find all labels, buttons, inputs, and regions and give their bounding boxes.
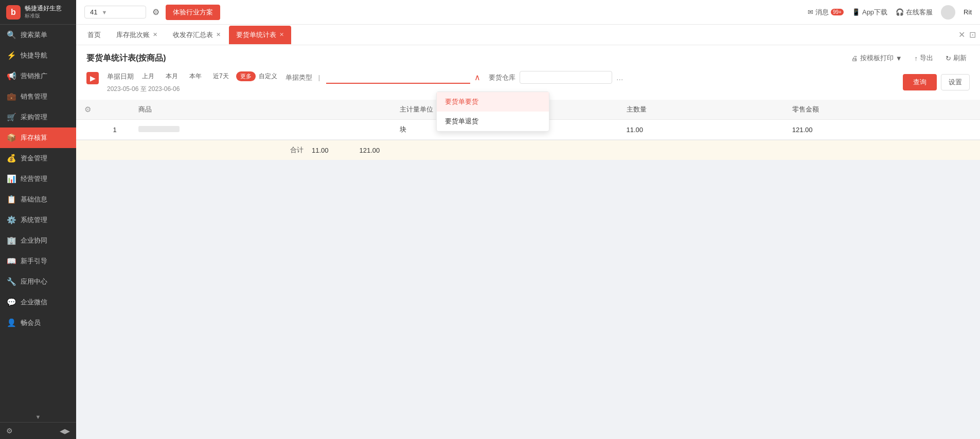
online-service-action[interactable]: 🎧 在线客服 (896, 8, 933, 17)
date-filter-row: 单据日期 上月 本月 本年 近7天 更多 自定义 (107, 71, 277, 82)
footer-quantity: 11.00 (312, 147, 329, 154)
topbar: 41 ▼ ⚙ 体验行业方案 ✉ 消息 99+ 📱 App下载 🎧 在线客服 Ri… (76, 0, 980, 25)
sidebar-item-wechat-label: 企业微信 (21, 298, 47, 307)
type-filter-chevron-icon[interactable]: ∧ (474, 72, 480, 82)
sidebar-item-member[interactable]: 👤 畅会员 (0, 313, 76, 333)
type-filter-label: 单据类型 (286, 73, 312, 82)
col-header-amount: 零售金额 (784, 100, 980, 120)
sidebar-item-member-label: 畅会员 (21, 318, 41, 327)
tab-receivable-summary[interactable]: 收发存汇总表 ✕ (166, 26, 228, 44)
trial-btn[interactable]: 体验行业方案 (166, 5, 220, 20)
row-quantity-cell: 11.00 (618, 120, 784, 140)
sidebar-item-guide-label: 新手引导 (21, 257, 47, 266)
sidebar-item-quick-nav[interactable]: ⚡ 快捷导航 (0, 45, 76, 66)
operation-icon: 📊 (6, 174, 16, 184)
search-icon: 🔍 (6, 30, 16, 40)
sidebar-item-guide[interactable]: 📖 新手引导 (0, 251, 76, 271)
shortcut-this-year[interactable]: 本年 (185, 71, 206, 82)
col-header-product: 商品 (130, 100, 391, 120)
sidebar-item-search-label: 搜索菜单 (21, 30, 47, 40)
refresh-label: 刷新 (953, 53, 967, 63)
filter-area: ▶ 单据日期 上月 本月 本年 近7天 更多 自定义 2023-05-06 至 … (76, 65, 980, 100)
query-button[interactable]: 查询 (903, 74, 937, 90)
setting-button[interactable]: 设置 (941, 74, 970, 90)
sidebar-item-wechat[interactable]: 💬 企业微信 (0, 292, 76, 313)
sidebar-item-operation[interactable]: 📊 经营管理 (0, 169, 76, 189)
sidebar-item-marketing[interactable]: 📢 营销推广 (0, 66, 76, 86)
sidebar-item-sales[interactable]: 💼 销售管理 (0, 86, 76, 107)
warehouse-filter-input[interactable] (520, 71, 612, 84)
sidebar-item-appstore[interactable]: 🔧 应用中心 (0, 271, 76, 292)
appstore-icon: 🔧 (6, 277, 16, 287)
sidebar-item-enterprise[interactable]: 🏢 企业协同 (0, 230, 76, 251)
app-download-label: App下载 (862, 8, 887, 17)
refresh-btn[interactable]: ↻ 刷新 (942, 51, 970, 65)
print-chevron-icon: ▼ (896, 54, 902, 62)
sidebar: b 畅捷通好生意 标准版 🔍 搜索菜单 ⚡ 快捷导航 📢 营销推广 💼 销售管理… (0, 0, 76, 439)
tab-home[interactable]: 首页 (80, 26, 108, 44)
table-gear-icon[interactable]: ⚙ (84, 105, 91, 114)
sidebar-item-search[interactable]: 🔍 搜索菜单 (0, 25, 76, 45)
tab-inventory-batch-close-icon[interactable]: ✕ (153, 32, 157, 38)
print-template-btn[interactable]: 🖨 按模板打印 ▼ (848, 51, 905, 65)
store-chevron-icon: ▼ (101, 9, 107, 15)
quick-nav-icon: ⚡ (6, 50, 16, 61)
topbar-gear-icon[interactable]: ⚙ (152, 7, 159, 17)
sidebar-item-finance[interactable]: 💰 资金管理 (0, 148, 76, 169)
sidebar-item-basic[interactable]: 📋 基础信息 (0, 189, 76, 210)
download-icon: 📱 (852, 8, 860, 16)
tabs-minus-icon[interactable]: ✕ (958, 30, 965, 40)
member-icon: 👤 (6, 318, 16, 328)
shortcut-more-btn[interactable]: 更多 (236, 71, 256, 81)
col-header-gear[interactable]: ⚙ (76, 100, 99, 120)
dropdown-item-requisition-order[interactable]: 要货单要货 (437, 92, 549, 112)
sidebar-item-purchase-label: 采购管理 (21, 113, 47, 122)
store-selector[interactable]: 41 ▼ (84, 6, 146, 19)
sidebar-scroll-down[interactable]: ▼ (0, 412, 76, 422)
type-filter-input[interactable] (326, 71, 470, 84)
inventory-icon: 📦 (6, 133, 16, 143)
tab-requisition-summary[interactable]: 要货单统计表 ✕ (229, 26, 291, 44)
collapse-icon[interactable]: ◀▶ (60, 427, 70, 435)
row-product-cell (130, 120, 391, 140)
tabs-right-actions: ✕ ⊡ (958, 30, 980, 40)
page-header: 要货单统计表(按商品) 🖨 按模板打印 ▼ ↑ 导出 ↻ 刷新 (76, 45, 980, 65)
filter-toggle-btn[interactable]: ▶ (86, 72, 99, 84)
sidebar-item-marketing-label: 营销推广 (21, 71, 47, 81)
type-dropdown-menu: 要货单要货 要货单退货 (436, 92, 549, 132)
system-icon: ⚙️ (6, 215, 16, 225)
shortcut-last-month[interactable]: 上月 (138, 71, 158, 82)
tabs-bar: 首页 库存批次账 ✕ 收发存汇总表 ✕ 要货单统计表 ✕ ✕ ⊡ (76, 25, 980, 45)
tab-requisition-summary-label: 要货单统计表 (236, 30, 276, 40)
date-filter-label: 单据日期 (107, 72, 134, 81)
messages-badge: 99+ (831, 9, 844, 15)
product-placeholder (138, 126, 180, 132)
sidebar-item-finance-label: 资金管理 (21, 154, 47, 163)
export-btn[interactable]: ↑ 导出 (912, 51, 937, 65)
messages-action[interactable]: ✉ 消息 99+ (808, 8, 844, 17)
sidebar-item-purchase[interactable]: 🛒 采购管理 (0, 107, 76, 127)
sidebar-item-system[interactable]: ⚙️ 系统管理 (0, 210, 76, 230)
sidebar-item-appstore-label: 应用中心 (21, 277, 47, 286)
row-gear-cell (76, 120, 99, 140)
warehouse-filter-label: 要货仓库 (489, 73, 515, 82)
store-name: 41 (90, 8, 97, 16)
settings-icon[interactable]: ⚙ (6, 427, 13, 435)
date-range: 2023-05-06 至 2023-06-06 (107, 85, 277, 94)
service-icon: 🎧 (896, 8, 904, 16)
tabs-expand-icon[interactable]: ⊡ (969, 30, 976, 40)
tab-receivable-summary-close-icon[interactable]: ✕ (216, 32, 221, 38)
shortcut-this-month[interactable]: 本月 (162, 71, 182, 82)
tab-inventory-batch[interactable]: 库存批次账 ✕ (109, 26, 165, 44)
app-download-action[interactable]: 📱 App下载 (852, 8, 887, 17)
sidebar-bottom: ⚙ ◀▶ (0, 422, 76, 439)
dropdown-item-requisition-return[interactable]: 要货单退货 (437, 112, 549, 131)
online-service-label: 在线客服 (906, 8, 933, 17)
sidebar-logo: b 畅捷通好生意 标准版 (0, 0, 76, 25)
sidebar-item-inventory[interactable]: 📦 库存核算 (0, 127, 76, 148)
messages-label: 消息 (815, 8, 829, 17)
shortcut-last-7-days[interactable]: 近7天 (209, 71, 233, 82)
shortcut-custom[interactable]: 自定义 (259, 72, 277, 81)
tab-requisition-summary-close-icon[interactable]: ✕ (279, 32, 284, 38)
warehouse-more-icon[interactable]: … (616, 74, 623, 82)
